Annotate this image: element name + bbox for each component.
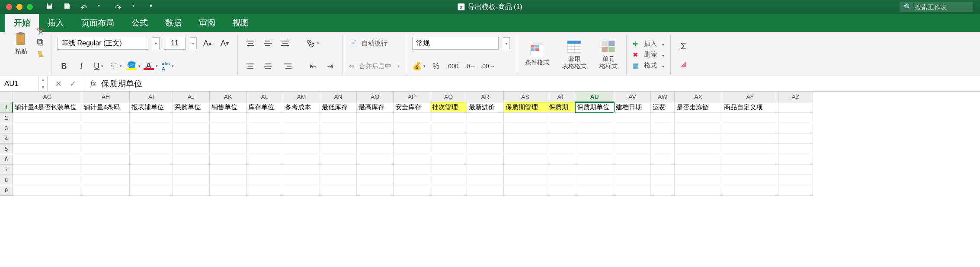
cell-AO4[interactable] [357,134,394,144]
cell-AS9[interactable] [504,185,547,196]
cell-AU5[interactable] [575,144,614,154]
italic-button[interactable]: I [75,60,88,73]
row-header-5[interactable]: 5 [0,144,13,154]
column-header-AU[interactable]: AU [575,92,614,102]
increase-indent-icon[interactable]: ⇥ [323,60,336,73]
cell-AG1[interactable]: 辅计量4是否包装单位 [13,102,82,113]
cell-AQ2[interactable] [430,113,467,123]
cell-AG4[interactable] [13,134,82,144]
align-right-icon[interactable] [279,61,291,71]
cell-AT6[interactable] [547,154,575,165]
number-format-dropdown[interactable] [503,37,510,49]
redo-icon[interactable]: ↷ [115,3,123,11]
decrease-indent-icon[interactable]: ⇤ [306,60,319,73]
cell-AR3[interactable] [467,123,504,134]
cell-AW2[interactable] [651,113,675,123]
cell-AN7[interactable] [320,165,357,175]
cell-AZ5[interactable] [778,144,813,154]
cell-AK8[interactable] [210,175,247,185]
cell-AW1[interactable]: 运费 [651,102,675,113]
column-header-AS[interactable]: AS [504,92,547,102]
formula-input[interactable] [96,79,980,89]
cell-AY6[interactable] [722,154,778,165]
bold-button[interactable]: B [58,60,70,73]
cell-AO8[interactable] [357,175,394,185]
font-name-dropdown[interactable] [153,37,160,49]
cell-AH1[interactable]: 辅计量4条码 [82,102,130,113]
column-header-AM[interactable]: AM [283,92,320,102]
cell-AR2[interactable] [467,113,504,123]
row-header-4[interactable]: 4 [0,134,13,144]
align-middle-icon[interactable] [261,38,274,48]
cell-AS6[interactable] [504,154,547,165]
cell-AK9[interactable] [210,185,247,196]
cell-AN3[interactable] [320,123,357,134]
cell-AT3[interactable] [547,123,575,134]
font-name-select[interactable]: 等线 Regular (正文) [58,37,148,50]
cell-AO9[interactable] [357,185,394,196]
cell-AU9[interactable] [575,185,614,196]
cell-AJ9[interactable] [173,185,210,196]
cell-AN6[interactable] [320,154,357,165]
cell-AZ9[interactable] [778,185,813,196]
cell-AZ3[interactable] [778,123,813,134]
font-size-select[interactable]: 11 [164,37,186,50]
clear-icon[interactable]: ◢ [677,57,690,70]
cell-AR8[interactable] [467,175,504,185]
insert-cells-button[interactable]: ✚插入 [633,40,664,48]
cell-AX5[interactable] [675,144,722,154]
column-header-AH[interactable]: AH [82,92,130,102]
column-header-AT[interactable]: AT [547,92,575,102]
cell-AY2[interactable] [722,113,778,123]
cell-style-button[interactable]: 单元 格样式 [597,39,620,70]
cell-AU3[interactable] [575,123,614,134]
name-box[interactable]: AU1 [0,76,39,91]
cell-AY1[interactable]: 商品自定义项 [722,102,778,113]
cell-AZ7[interactable] [778,165,813,175]
cell-AI1[interactable]: 报表辅单位 [130,102,173,113]
tab-layout[interactable]: 页面布局 [73,13,123,32]
cell-AR9[interactable] [467,185,504,196]
cell-AS4[interactable] [504,134,547,144]
cell-AP6[interactable] [394,154,430,165]
delete-cells-button[interactable]: ✖删除 [633,51,664,59]
format-cells-button[interactable]: ▦格式 [633,61,664,70]
cell-AV2[interactable] [614,113,651,123]
cell-AJ3[interactable] [173,123,210,134]
column-header-AG[interactable]: AG [13,92,82,102]
cell-AM7[interactable] [283,165,320,175]
cell-AT2[interactable] [547,113,575,123]
cell-AV3[interactable] [614,123,651,134]
tab-review[interactable]: 审阅 [190,13,224,32]
phonetic-button[interactable]: abcA [161,60,174,73]
enter-formula-icon[interactable]: ✓ [70,79,76,89]
cell-AS8[interactable] [504,175,547,185]
cell-AK2[interactable] [210,113,247,123]
column-header-AR[interactable]: AR [467,92,504,102]
cell-AW3[interactable] [651,123,675,134]
column-header-AN[interactable]: AN [320,92,357,102]
column-header-AO[interactable]: AO [357,92,394,102]
maximize-window-button[interactable] [27,4,33,10]
undo-icon[interactable]: ↶ [80,3,88,11]
cell-AR6[interactable] [467,154,504,165]
cell-AI7[interactable] [130,165,173,175]
cell-AK3[interactable] [210,123,247,134]
cell-AW7[interactable] [651,165,675,175]
cell-AN5[interactable] [320,144,357,154]
currency-icon[interactable]: 💰 [412,60,425,73]
cancel-formula-icon[interactable]: ✕ [55,79,62,89]
cell-AI2[interactable] [130,113,173,123]
cell-AL7[interactable] [247,165,283,175]
cell-AL8[interactable] [247,175,283,185]
search-sheet[interactable]: 🔍 [900,2,973,12]
cell-AQ1[interactable]: 批次管理 [430,102,467,113]
cell-AT5[interactable] [547,144,575,154]
align-bottom-icon[interactable] [279,38,291,48]
cell-AN8[interactable] [320,175,357,185]
cell-AN9[interactable] [320,185,357,196]
cell-AX3[interactable] [675,123,722,134]
cell-AY4[interactable] [722,134,778,144]
align-top-icon[interactable] [244,38,257,48]
cell-AL1[interactable]: 库存单位 [247,102,283,113]
